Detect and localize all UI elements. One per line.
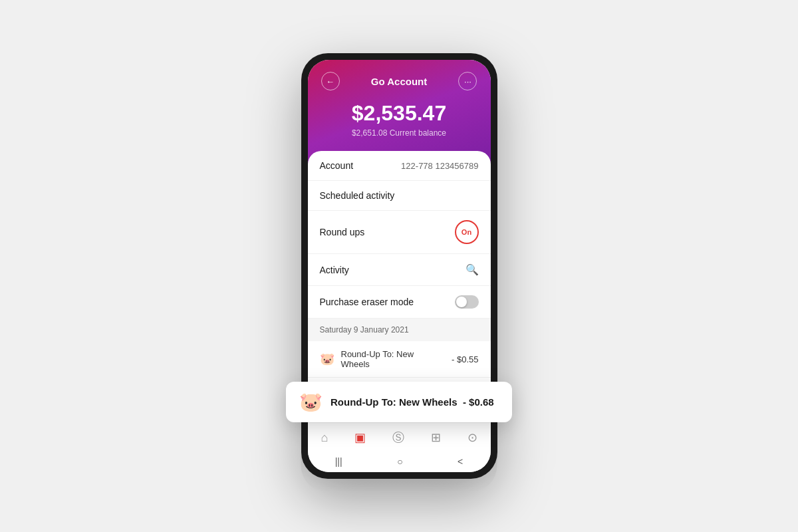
purchase-eraser-toggle[interactable] xyxy=(455,295,479,309)
piggy-bank-icon-1: 🐷 xyxy=(320,352,334,366)
more-button[interactable]: ··· xyxy=(458,72,477,90)
tx-amount-1: - $0.55 xyxy=(452,354,478,364)
android-nav-home[interactable]: ○ xyxy=(397,456,402,467)
nav-profile[interactable]: ⊙ xyxy=(462,429,483,446)
nav-home[interactable]: ⌂ xyxy=(315,430,333,446)
header: ← Go Account ··· $2,535.47 $2,651.08 Cur… xyxy=(308,60,491,164)
tooltip-pig-icon: 🐷 xyxy=(299,391,323,413)
account-value: 122-778 123456789 xyxy=(401,161,478,171)
round-ups-status-badge[interactable]: On xyxy=(455,220,479,244)
purchase-eraser-row[interactable]: Purchase eraser mode xyxy=(308,286,491,319)
android-nav-back[interactable]: < xyxy=(458,456,463,467)
nav-wallet[interactable]: ▣ xyxy=(349,429,371,446)
tooltip-popup: 🐷 Round-Up To: New Wheels - $0.68 xyxy=(286,382,512,422)
account-label: Account xyxy=(320,160,354,171)
android-nav-bar: ||| ○ < xyxy=(308,451,491,472)
date-section-header: Saturday 9 January 2021 xyxy=(308,319,491,341)
scheduled-activity-row[interactable]: Scheduled activity xyxy=(308,181,491,211)
tooltip-text: Round-Up To: New Wheels - $0.68 xyxy=(331,396,494,408)
bottom-nav: ⌂ ▣ Ⓢ ⊞ ⊙ xyxy=(308,422,491,451)
search-icon[interactable]: 🔍 xyxy=(466,263,479,276)
header-title: Go Account xyxy=(371,76,427,87)
scheduled-activity-label: Scheduled activity xyxy=(320,190,395,201)
tx-label-1: Round-Up To: New Wheels xyxy=(341,349,446,369)
account-row[interactable]: Account 122-778 123456789 xyxy=(308,151,491,181)
round-ups-label: Round ups xyxy=(320,227,365,237)
balance-subtitle: $2,651.08 Current balance xyxy=(321,128,477,138)
header-nav: ← Go Account ··· xyxy=(321,72,477,90)
round-ups-row[interactable]: Round ups On xyxy=(308,211,491,254)
transaction-row-1[interactable]: 🐷 Round-Up To: New Wheels - $0.55 xyxy=(308,341,491,378)
purchase-eraser-label: Purchase eraser mode xyxy=(320,297,414,307)
activity-label: Activity xyxy=(320,265,349,275)
scene: ← Go Account ··· $2,535.47 $2,651.08 Cur… xyxy=(0,0,798,532)
activity-row[interactable]: Activity 🔍 xyxy=(308,254,491,286)
balance-amount: $2,535.47 xyxy=(321,101,477,126)
back-button[interactable]: ← xyxy=(321,72,340,90)
android-nav-recents[interactable]: ||| xyxy=(335,456,342,467)
nav-cards[interactable]: ⊞ xyxy=(426,429,446,446)
nav-savings[interactable]: Ⓢ xyxy=(387,428,410,447)
